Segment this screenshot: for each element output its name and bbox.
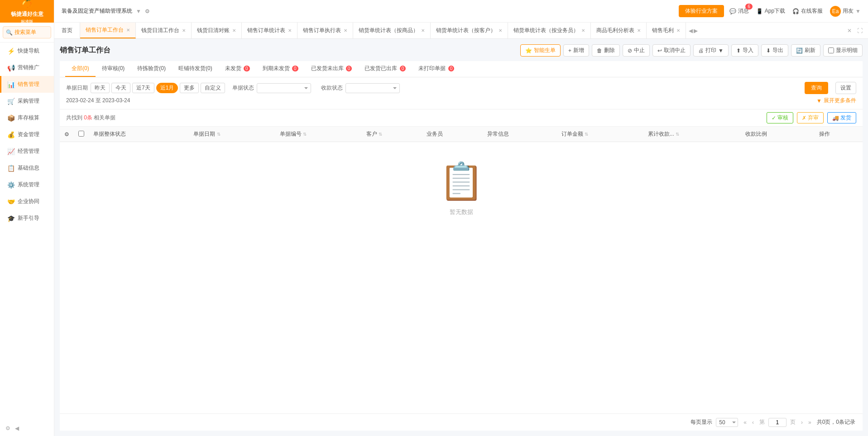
dropdown-icon[interactable]: ▼ (136, 8, 141, 14)
stop-btn[interactable]: ⊘ 中止 (623, 44, 650, 57)
tab-home[interactable]: 首页 (54, 23, 80, 38)
page-prev-btn[interactable]: ‹ (750, 418, 756, 427)
col-checkbox[interactable] (74, 127, 89, 142)
date-btn-custom[interactable]: 自定义 (201, 83, 225, 93)
tab-cash-reconcile[interactable]: 钱货日清对账 ✕ (192, 23, 242, 38)
delete-btn[interactable]: 🗑 删除 (592, 44, 620, 57)
sub-tab-unshipped[interactable]: 未发货 0 (219, 61, 256, 77)
number-sort-icon[interactable]: ⇅ (303, 132, 307, 137)
sidebar-item-operations[interactable]: 📈 经营管理 (0, 143, 54, 160)
tab-scroll-arrows[interactable]: ◀ ▶ (686, 28, 700, 34)
tab-close-icon[interactable]: ✕ (421, 28, 425, 33)
close-all-icon[interactable]: ✕ (845, 27, 854, 35)
sub-tab-pending-check[interactable]: 待拣验货(0) (131, 61, 172, 77)
col-received[interactable]: 累计收款... ⇅ (643, 127, 741, 142)
search-menu-button[interactable]: 🔍 搜索菜单 (3, 26, 51, 38)
sub-tab-pending-review[interactable]: 待审核(0) (96, 61, 131, 77)
tab-sales-exec[interactable]: 销售订单执行表 ✕ (297, 23, 353, 38)
col-date[interactable]: 单据日期 ⇅ (189, 127, 275, 142)
online-service-btn[interactable]: 🎧 在线客服 (792, 7, 823, 15)
page-number-input[interactable] (768, 418, 786, 427)
page-next-btn[interactable]: › (799, 418, 805, 427)
customer-sort-icon[interactable]: ⇅ (379, 132, 382, 137)
sub-tab-wangpu[interactable]: 旺铺待发货(0) (172, 61, 219, 77)
status-select[interactable] (257, 83, 311, 93)
payment-select[interactable] (345, 83, 400, 93)
tab-close-icon[interactable]: ✕ (344, 28, 347, 33)
show-detail-checkbox-label[interactable]: 显示明细 (823, 44, 863, 57)
sidebar-item-purchase[interactable]: 🛒 采购管理 (0, 93, 54, 109)
tab-sales-gross[interactable]: 销售毛利 ✕ (647, 23, 686, 38)
amount-sort-icon[interactable]: ⇅ (585, 132, 588, 137)
arrow-right-icon[interactable]: ▶ (694, 28, 698, 34)
date-btn-7days[interactable]: 近7天 (132, 83, 154, 93)
print-btn[interactable]: 🖨 打印 ▼ (693, 44, 729, 57)
date-btn-today[interactable]: 今天 (111, 83, 130, 93)
cancel-review-btn[interactable]: ✗ 弃审 (797, 112, 824, 123)
collapse-icon[interactable]: ◀ (15, 425, 19, 431)
tab-gross-analysis[interactable]: 商品毛利分析表 ✕ (591, 23, 647, 38)
sidebar-item-sales[interactable]: 📊 销售管理 (0, 76, 54, 93)
col-number[interactable]: 单据编号 ⇅ (275, 127, 362, 142)
date-btn-yesterday[interactable]: 昨天 (91, 83, 110, 93)
tab-close-icon[interactable]: ✕ (288, 28, 292, 33)
sidebar-item-basic-info[interactable]: 📋 基础信息 (0, 160, 54, 176)
tab-close-icon[interactable]: ✕ (182, 28, 186, 33)
tab-close-icon[interactable]: ✕ (581, 28, 585, 33)
settings-gear-icon[interactable]: ⚙ (145, 8, 150, 14)
sub-tab-shipped-out[interactable]: 已发货已出库 0 (358, 61, 412, 77)
settings-btn[interactable]: 设置 (835, 82, 856, 94)
settings-icon[interactable]: ⚙ (5, 425, 10, 431)
maximize-icon[interactable]: ⛶ (855, 27, 864, 35)
page-first-btn[interactable]: « (742, 418, 748, 427)
tab-close-icon[interactable]: ✕ (676, 28, 680, 33)
sidebar-item-inventory[interactable]: 📦 库存核算 (0, 109, 54, 126)
sidebar-item-system[interactable]: ⚙️ 系统管理 (0, 176, 54, 193)
tab-close-icon[interactable]: ✕ (232, 28, 236, 33)
review-btn[interactable]: ✓ 审核 (767, 112, 793, 123)
tab-cash-daily[interactable]: 钱货日清工作台 ✕ (136, 23, 192, 38)
tab-sales-workbench[interactable]: 销售订单工作台 ✕ (80, 23, 136, 38)
sidebar-item-quick-nav[interactable]: ⚡ 快捷导航 (0, 43, 54, 59)
ship-btn[interactable]: 🚚 发货 (827, 112, 856, 123)
add-btn[interactable]: + 新增 (563, 44, 589, 57)
export-btn[interactable]: ⬇ 导出 (761, 44, 788, 57)
experience-btn[interactable]: 体验行业方案 (679, 5, 724, 17)
show-detail-checkbox[interactable] (828, 47, 834, 53)
col-amount[interactable]: 订单金额 ⇅ (557, 127, 643, 142)
sub-tab-shipped-not-out[interactable]: 已发货未出库 0 (305, 61, 359, 77)
tab-sales-by-customer[interactable]: 销货单统计表（按客户） ✕ (431, 23, 508, 38)
select-all-checkbox[interactable] (78, 131, 84, 137)
sidebar-item-guide[interactable]: 🎓 新手引导 (0, 210, 54, 227)
sub-tab-all[interactable]: 全部(0) (65, 61, 96, 77)
app-download-btn[interactable]: 📱 App下载 (756, 7, 785, 15)
tab-sales-stats[interactable]: 销售订单统计表 ✕ (242, 23, 297, 38)
refresh-btn[interactable]: 🔄 刷新 (791, 44, 820, 57)
sub-tab-overdue-unshipped[interactable]: 到期未发货 0 (256, 61, 305, 77)
col-customer[interactable]: 客户 ⇅ (362, 127, 422, 142)
user-menu[interactable]: Ea 用友 ▼ (830, 6, 861, 17)
expand-more-btn[interactable]: ▼ 展开更多条件 (816, 97, 856, 104)
tab-sales-by-product[interactable]: 销货单统计表（按商品） ✕ (353, 23, 431, 38)
received-sort-icon[interactable]: ⇅ (676, 132, 679, 137)
per-page-select[interactable]: 50 20 100 (716, 418, 738, 427)
tab-close-icon[interactable]: ✕ (637, 28, 641, 33)
page-last-btn[interactable]: » (806, 418, 813, 427)
message-btn[interactable]: 💬 消息 6 (729, 7, 749, 15)
date-btn-1month[interactable]: 近1月 (156, 83, 178, 93)
sidebar-item-marketing[interactable]: 📢 营销推广 (0, 59, 54, 76)
import-btn[interactable]: ⬆ 导入 (731, 44, 758, 57)
tab-close-icon[interactable]: ✕ (126, 28, 130, 33)
tab-sales-by-staff[interactable]: 销货单统计表（按业务员） ✕ (508, 23, 591, 38)
sidebar-item-enterprise[interactable]: 🤝 企业协同 (0, 193, 54, 210)
col-settings[interactable]: ⚙ (60, 127, 74, 142)
cancel-stop-btn[interactable]: ↩ 取消中止 (652, 44, 691, 57)
query-btn[interactable]: 查询 (805, 82, 828, 94)
sub-tab-not-printed[interactable]: 未打印单据 0 (412, 61, 460, 77)
tab-close-icon[interactable]: ✕ (499, 28, 502, 33)
sidebar-item-finance[interactable]: 💰 资金管理 (0, 126, 54, 143)
date-sort-icon[interactable]: ⇅ (217, 132, 221, 137)
date-btn-more[interactable]: 更多 (180, 83, 199, 93)
arrow-left-icon[interactable]: ◀ (689, 28, 693, 34)
smart-generate-btn[interactable]: ⭐ 智能生单 (520, 44, 561, 57)
